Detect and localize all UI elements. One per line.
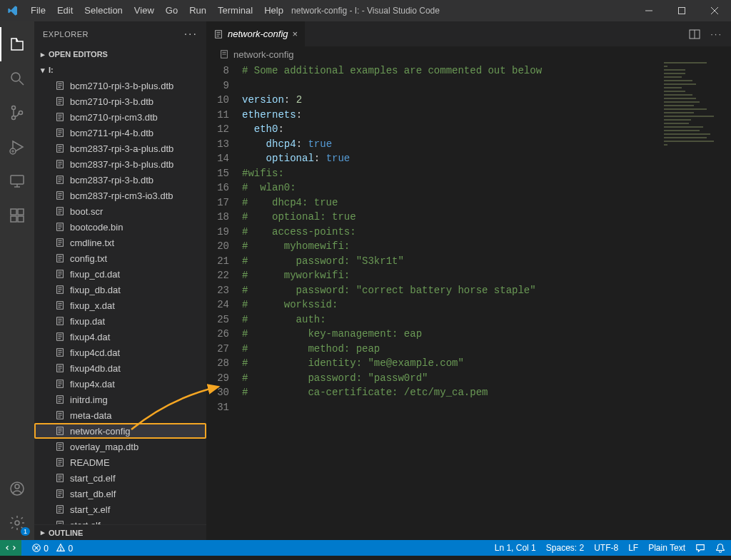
file-item[interactable]: network-config bbox=[34, 423, 206, 439]
file-icon bbox=[54, 174, 66, 185]
run-debug-icon[interactable] bbox=[0, 130, 34, 164]
file-item[interactable]: boot.scr bbox=[34, 203, 206, 219]
svg-point-8 bbox=[19, 111, 23, 115]
file-item[interactable]: bcm2837-rpi-3-a-plus.dtb bbox=[34, 141, 206, 156]
menu-help[interactable]: Help bbox=[258, 0, 289, 21]
file-item[interactable]: bcm2837-rpi-cm3-io3.dtb bbox=[34, 188, 206, 203]
menu-file[interactable]: File bbox=[25, 0, 51, 21]
more-actions-icon[interactable]: ··· bbox=[710, 29, 722, 39]
file-label: fixup_db.dat bbox=[70, 285, 121, 295]
file-label: fixup4db.dat bbox=[70, 363, 121, 374]
file-item[interactable]: start_cd.elf bbox=[34, 470, 206, 486]
explorer-more-icon[interactable]: ··· bbox=[184, 28, 198, 41]
extensions-icon[interactable] bbox=[0, 198, 34, 233]
file-icon bbox=[54, 96, 66, 107]
file-item[interactable]: config.txt bbox=[34, 250, 206, 266]
maximize-button[interactable] bbox=[665, 0, 698, 21]
file-label: bcm2837-rpi-3-b-plus.dtb bbox=[70, 159, 173, 170]
minimize-button[interactable] bbox=[632, 0, 665, 21]
file-label: bcm2837-rpi-cm3-io3.dtb bbox=[70, 190, 173, 201]
file-item[interactable]: bcm2710-rpi-cm3.dtb bbox=[34, 109, 206, 125]
file-icon bbox=[54, 143, 66, 154]
file-item[interactable]: start_x.elf bbox=[34, 502, 206, 517]
menu-selection[interactable]: Selection bbox=[79, 0, 128, 21]
menu-go[interactable]: Go bbox=[160, 0, 183, 21]
file-item[interactable]: overlay_map.dtb bbox=[34, 439, 206, 454]
menu-run[interactable]: Run bbox=[183, 0, 212, 21]
menu-edit[interactable]: Edit bbox=[51, 0, 79, 21]
source-control-icon[interactable] bbox=[0, 96, 34, 130]
window-title: network-config - I: - Visual Studio Code bbox=[291, 6, 440, 16]
file-item[interactable]: fixup_x.dat bbox=[34, 297, 206, 313]
file-item[interactable]: fixup4x.dat bbox=[34, 376, 206, 392]
eol[interactable]: LF bbox=[628, 543, 638, 553]
feedback-icon[interactable] bbox=[695, 543, 705, 553]
file-item[interactable]: bootcode.bin bbox=[34, 219, 206, 235]
file-item[interactable]: fixup_db.dat bbox=[34, 282, 206, 297]
file-icon bbox=[54, 80, 66, 91]
file-icon bbox=[54, 394, 66, 405]
tab-network-config[interactable]: network-config × bbox=[206, 21, 306, 46]
code-content[interactable]: # Some additional examples are commented… bbox=[242, 62, 731, 540]
minimap[interactable] bbox=[664, 62, 721, 176]
outline-section[interactable]: ▸ OUTLINE bbox=[34, 524, 206, 540]
open-editors-section[interactable]: ▸ OPEN EDITORS bbox=[34, 46, 206, 62]
close-button[interactable] bbox=[698, 0, 731, 21]
language-mode[interactable]: Plain Text bbox=[648, 543, 685, 553]
svg-point-7 bbox=[12, 116, 16, 120]
file-item[interactable]: bcm2837-rpi-3-b.dtb bbox=[34, 172, 206, 188]
file-item[interactable]: bcm2711-rpi-4-b.dtb bbox=[34, 125, 206, 141]
file-icon bbox=[54, 457, 66, 468]
file-item[interactable]: bcm2710-rpi-3-b.dtb bbox=[34, 93, 206, 109]
file-item[interactable]: cmdline.txt bbox=[34, 235, 206, 250]
file-label: network-config bbox=[70, 426, 131, 437]
file-item[interactable]: bcm2837-rpi-3-b-plus.dtb bbox=[34, 156, 206, 172]
menu-terminal[interactable]: Terminal bbox=[212, 0, 258, 21]
file-item[interactable]: fixup4db.dat bbox=[34, 360, 206, 376]
chevron-right-icon: ▸ bbox=[37, 528, 49, 537]
file-icon bbox=[213, 29, 223, 39]
file-item[interactable]: README bbox=[34, 454, 206, 470]
svg-rect-14 bbox=[11, 209, 16, 215]
file-item[interactable]: meta-data bbox=[34, 407, 206, 423]
split-editor-icon[interactable] bbox=[689, 29, 700, 40]
remote-indicator[interactable] bbox=[0, 540, 21, 556]
folder-root-section[interactable]: ▾ I: bbox=[34, 62, 206, 78]
menu-view[interactable]: View bbox=[128, 0, 160, 21]
file-label: cmdline.txt bbox=[70, 238, 114, 248]
remote-explorer-icon[interactable] bbox=[0, 164, 34, 198]
cursor-position[interactable]: Ln 1, Col 1 bbox=[495, 543, 536, 553]
file-label: bcm2710-rpi-cm3.dtb bbox=[70, 112, 158, 123]
explorer-title: EXPLORER bbox=[43, 30, 89, 39]
search-icon[interactable] bbox=[0, 61, 34, 96]
file-item[interactable]: initrd.img bbox=[34, 392, 206, 407]
chevron-down-icon: ▾ bbox=[37, 66, 49, 75]
file-item[interactable]: fixup.dat bbox=[34, 313, 206, 329]
file-icon bbox=[54, 205, 66, 217]
svg-rect-16 bbox=[18, 216, 24, 222]
settings-gear-icon[interactable]: 1 bbox=[0, 506, 34, 540]
file-item[interactable]: bcm2710-rpi-3-b-plus.dtb bbox=[34, 78, 206, 93]
close-tab-icon[interactable]: × bbox=[293, 29, 298, 39]
file-item[interactable]: fixup4.dat bbox=[34, 329, 206, 345]
status-bar: 0 0 Ln 1, Col 1 Spaces: 2 UTF-8 LF Plain… bbox=[0, 540, 731, 556]
svg-rect-1 bbox=[679, 8, 685, 14]
file-item[interactable]: fixup4cd.dat bbox=[34, 345, 206, 360]
file-icon bbox=[54, 315, 66, 327]
file-icon bbox=[54, 362, 66, 374]
file-tree[interactable]: bcm2710-rpi-3-b-plus.dtbbcm2710-rpi-3-b.… bbox=[34, 78, 206, 524]
code-editor[interactable]: 8910111213141516171819202122232425262728… bbox=[206, 62, 731, 540]
file-label: initrd.img bbox=[70, 394, 108, 405]
problems-indicator[interactable]: 0 0 bbox=[31, 543, 73, 554]
file-item[interactable]: start_db.elf bbox=[34, 486, 206, 502]
file-item[interactable]: fixup_cd.dat bbox=[34, 266, 206, 282]
file-icon bbox=[54, 111, 66, 123]
explorer-icon[interactable] bbox=[0, 27, 34, 61]
file-icon bbox=[54, 190, 66, 201]
indentation[interactable]: Spaces: 2 bbox=[546, 543, 584, 553]
encoding[interactable]: UTF-8 bbox=[594, 543, 618, 553]
notifications-icon[interactable] bbox=[715, 543, 725, 553]
accounts-icon[interactable] bbox=[0, 472, 34, 506]
breadcrumb[interactable]: network-config bbox=[206, 46, 731, 62]
file-item[interactable]: start.elf bbox=[34, 517, 206, 524]
